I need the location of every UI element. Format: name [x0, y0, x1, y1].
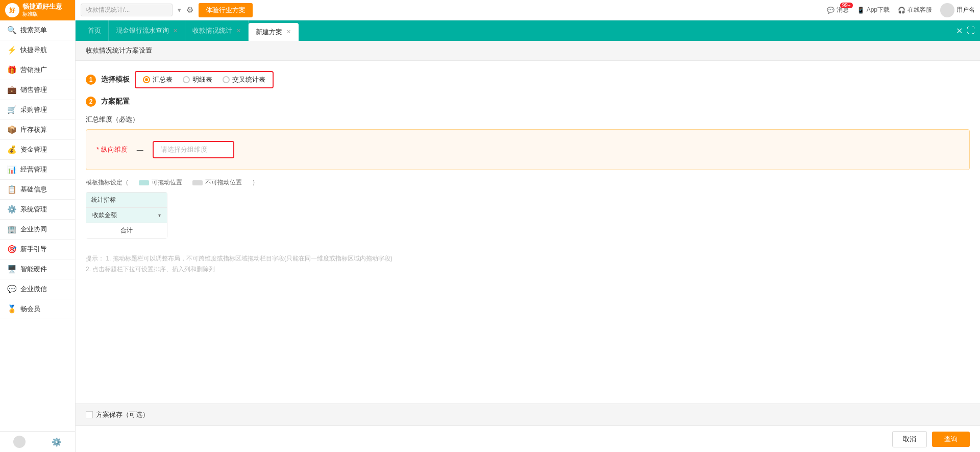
form-area: 1 选择模板 汇总表 明细表 交叉统计表 [76, 61, 980, 403]
save-option-label[interactable]: 方案保存（可选） [86, 410, 149, 419]
fixed-label: 不可拖动位置 [205, 178, 242, 187]
sidebar-item-label: 新手引导 [20, 245, 47, 254]
dim-select-dropdown[interactable]: 请选择分组维度 [153, 141, 234, 158]
tab-receipt-stat-close[interactable]: ✕ [236, 28, 241, 34]
hint-draggable: 可拖动位置 [139, 178, 182, 187]
tips-area: 提示： 1. 拖动标题栏可以调整布局，不可跨维度或指标区域拖动栏目字段(只能在同… [86, 249, 970, 281]
smart-hardware-icon: 🖥️ [7, 265, 16, 274]
step1-row: 1 选择模板 汇总表 明细表 交叉统计表 [86, 71, 970, 88]
sidebar-bottom-settings[interactable]: ⚙️ [52, 437, 62, 447]
gear-icon[interactable]: ⚙ [186, 5, 193, 15]
draggable-dot [139, 180, 149, 185]
avatar [940, 3, 954, 17]
template-options: 汇总表 明细表 交叉统计表 [135, 71, 274, 88]
tab-new-plan[interactable]: 新建方案 ✕ [249, 23, 299, 41]
tab-receipt-stat-label: 收款情况统计 [192, 26, 232, 35]
sidebar-item-operation[interactable]: 📊 经营管理 [0, 160, 75, 180]
logo-sub: 标准版 [22, 11, 62, 18]
footer-bar: 取消 查询 [76, 425, 980, 452]
tab-home[interactable]: 首页 [81, 20, 109, 41]
sidebar-item-quick-nav[interactable]: ⚡ 快捷导航 [0, 40, 75, 60]
cancel-button[interactable]: 取消 [892, 431, 927, 447]
capital-icon: 💰 [7, 145, 16, 154]
metrics-category-label: 统计指标 [91, 196, 116, 203]
sidebar-bottom: ⚙️ [0, 431, 75, 452]
tabs-right-actions: ✕ ⛶ [956, 20, 975, 41]
weixin-icon: 💬 [7, 284, 16, 294]
sidebar-item-beginner[interactable]: 🎯 新手引导 [0, 240, 75, 259]
sidebar-item-membership[interactable]: 🏅 畅会员 [0, 299, 75, 319]
column-dropdown-arrow[interactable]: ▾ [158, 212, 161, 218]
metrics-column-header[interactable]: 收款金额 ▾ [86, 208, 167, 223]
radio-summary-label: 汇总表 [153, 75, 173, 84]
sidebar-item-capital[interactable]: 💰 资金管理 [0, 140, 75, 160]
metrics-totals-cell: 合计 [86, 223, 167, 238]
dimension-area: * 纵向维度 — 请选择分组维度 [86, 129, 970, 170]
tab-new-plan-close[interactable]: ✕ [286, 29, 291, 35]
app-download-btn[interactable]: 📱 App下载 [857, 6, 890, 14]
sidebar: 好 畅捷通好生意 标准版 🔍 搜索菜单 ⚡ 快捷导航 🎁 营销推广 💼 销售管理… [0, 0, 76, 452]
sidebar-item-inventory[interactable]: 📦 库存核算 [0, 120, 75, 140]
sidebar-item-sales[interactable]: 💼 销售管理 [0, 80, 75, 100]
sidebar-item-label: 企业协同 [20, 225, 47, 234]
online-service-label: 在线客服 [908, 6, 932, 14]
radio-detail-circle [183, 76, 190, 83]
enterprise-coop-icon: 🏢 [7, 225, 16, 234]
sidebar-item-label: 智能硬件 [20, 265, 47, 274]
content-area: 收款情况统计方案设置 1 选择模板 汇总表 明细表 [76, 41, 980, 425]
beginner-icon: 🎯 [7, 245, 16, 254]
sidebar-item-smart-hardware[interactable]: 🖥️ 智能硬件 [0, 259, 75, 279]
dim-arrow: — [137, 146, 143, 154]
tab-expand-icon[interactable]: ⛶ [967, 26, 975, 35]
tab-bank-flow-close[interactable]: ✕ [173, 28, 178, 34]
sidebar-item-search-menu[interactable]: 🔍 搜索菜单 [0, 20, 75, 40]
tab-bank-flow[interactable]: 现金银行流水查询 ✕ [109, 20, 185, 41]
radio-cross[interactable]: 交叉统计表 [223, 75, 265, 84]
page-title: 收款情况统计方案设置 [76, 41, 980, 61]
message-btn[interactable]: 💬 消息 99+ [827, 6, 849, 14]
tab-close-all-icon[interactable]: ✕ [956, 26, 963, 36]
quick-nav-icon: ⚡ [7, 45, 16, 55]
sidebar-item-label: 资金管理 [20, 145, 47, 154]
industry-btn[interactable]: 体验行业方案 [199, 3, 253, 17]
online-service-btn[interactable]: 🎧 在线客服 [898, 6, 932, 14]
step1-label: 选择模板 [101, 75, 130, 84]
operation-icon: 📊 [7, 165, 16, 174]
dim-row-label: * 纵向维度 [96, 145, 128, 154]
sidebar-bottom-avatar[interactable] [13, 436, 26, 448]
tab-receipt-stat[interactable]: 收款情况统计 ✕ [185, 20, 249, 41]
sidebar-logo: 好 畅捷通好生意 标准版 [0, 0, 75, 20]
step1-badge: 1 [86, 75, 96, 85]
metrics-category-header: 统计指标 [86, 193, 167, 208]
sidebar-item-system[interactable]: ⚙️ 系统管理 [0, 200, 75, 220]
sidebar-item-label: 快捷导航 [20, 45, 47, 55]
breadcrumb-dropdown[interactable]: ▾ [178, 6, 181, 14]
user-avatar-area[interactable]: 用户名 [940, 3, 975, 17]
query-button[interactable]: 查询 [932, 432, 970, 447]
tip-1: 提示： 1. 拖动标题栏可以调整布局，不可跨维度或指标区域拖动栏目字段(只能在同… [86, 254, 970, 263]
metrics-hint-row: 模板指标设定（ 可拖动位置 不可拖动位置 ） [86, 178, 970, 187]
sidebar-item-label: 经营管理 [20, 165, 47, 174]
tab-new-plan-label: 新建方案 [256, 28, 282, 37]
metrics-table: 统计指标 收款金额 ▾ 合计 [86, 192, 167, 239]
membership-icon: 🏅 [7, 304, 16, 314]
hint-fixed: 不可拖动位置 [192, 178, 242, 187]
save-checkbox[interactable] [86, 411, 93, 418]
tabs-bar: 首页 现金银行流水查询 ✕ 收款情况统计 ✕ 新建方案 ✕ ✕ ⛶ [76, 20, 980, 41]
sidebar-item-weixin[interactable]: 💬 企业微信 [0, 279, 75, 299]
system-icon: ⚙️ [7, 205, 16, 214]
sidebar-item-purchase[interactable]: 🛒 采购管理 [0, 100, 75, 120]
message-badge: 99+ [840, 3, 853, 8]
radio-cross-label: 交叉统计表 [232, 75, 265, 84]
sidebar-item-marketing[interactable]: 🎁 营销推广 [0, 60, 75, 80]
dim-row: * 纵向维度 — 请选择分组维度 [96, 141, 234, 158]
sidebar-item-basic-info[interactable]: 📋 基础信息 [0, 180, 75, 200]
sidebar-item-label: 基础信息 [20, 185, 47, 194]
sidebar-item-label: 库存核算 [20, 125, 47, 134]
logo-title: 畅捷通好生意 [22, 3, 62, 11]
settings-icon: ⚙️ [52, 437, 62, 447]
radio-summary[interactable]: 汇总表 [143, 75, 173, 84]
sidebar-item-enterprise-coop[interactable]: 🏢 企业协同 [0, 220, 75, 240]
sidebar-item-label: 搜索菜单 [20, 26, 47, 35]
radio-detail[interactable]: 明细表 [183, 75, 212, 84]
